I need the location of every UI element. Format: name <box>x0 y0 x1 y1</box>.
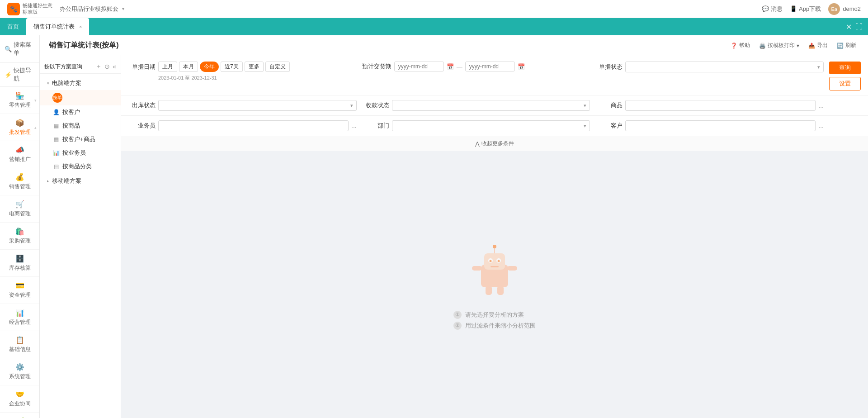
sales-icon: 💰 <box>15 173 24 181</box>
bill-status-select[interactable] <box>625 62 824 72</box>
collapse-panel-btn[interactable]: « <box>113 63 116 70</box>
quick-nav-btn[interactable]: ⚡ 快捷导航 <box>0 63 39 87</box>
user-area[interactable]: Ea demo2 <box>828 3 861 15</box>
refresh-icon: 🔄 <box>837 43 844 49</box>
tab-active[interactable]: 销售订单统计表 × <box>26 18 89 35</box>
filter-row1: 单据日期 上月 本月 今年 近7天 更多 自定义 <box>121 55 868 95</box>
svg-rect-10 <box>497 286 504 295</box>
page-actions: ❓ 帮助 🖨️ 按模板打印 ▾ 📤 导出 🔄 刷新 <box>728 41 859 50</box>
tree-group-desktop: ▾ 电脑端方案 按单 👤 按客户 ▦ 按商品 ▦ <box>40 76 121 173</box>
calendar-start-icon[interactable]: 📅 <box>447 63 454 70</box>
date-btn-custom[interactable]: 自定义 <box>265 62 290 72</box>
tree-group-mobile-header[interactable]: ▸ 移动端方案 <box>40 174 121 188</box>
page-header: 销售订单统计表(按单) ❓ 帮助 🖨️ 按模板打印 ▾ 📤 导出 <box>40 35 868 55</box>
print-icon: 🖨️ <box>759 43 766 49</box>
sidebar: 🔍 搜索菜单 ⚡ 快捷导航 🏪 零售管理 ▾ 📦 批发管理 ▴ 📣 营销推广 💰… <box>0 35 40 418</box>
template-print-btn[interactable]: 🖨️ 按模板打印 ▾ <box>756 41 802 50</box>
salesman-input[interactable] <box>158 120 349 131</box>
app-title: 办公用品行业模拟账套 <box>60 5 118 13</box>
query-btn[interactable]: 查询 <box>829 62 861 74</box>
date-btn-this-year[interactable]: 今年 <box>200 62 219 72</box>
sidebar-item-newuser[interactable]: 🌱 新手引导 <box>0 413 39 418</box>
sidebar-item-purchase[interactable]: 🛍️ 采购管理 <box>0 223 39 250</box>
expected-date-group: 预计交货期 📅 — 📅 <box>362 62 590 71</box>
dept-select[interactable] <box>392 120 590 131</box>
tree-group-desktop-header[interactable]: ▾ 电脑端方案 <box>40 76 121 90</box>
sidebar-item-wholesale[interactable]: 📦 批发管理 ▴ <box>0 114 39 141</box>
date-btn-this-month[interactable]: 本月 <box>179 62 198 72</box>
ship-status-select[interactable] <box>158 100 357 111</box>
help-btn[interactable]: ❓ 帮助 <box>728 41 753 50</box>
expected-date-start[interactable] <box>394 62 444 71</box>
expected-date-end[interactable] <box>465 62 515 71</box>
tree-item-by-customer-goods[interactable]: ▦ 按客户+商品 <box>40 133 121 146</box>
sidebar-item-sales[interactable]: 💰 销售管理 <box>0 168 39 195</box>
setting-btn[interactable]: 设置 <box>829 77 861 90</box>
collect-status-group: 收款状态 <box>362 100 590 111</box>
export-btn[interactable]: 📤 导出 <box>806 41 830 50</box>
customer-input[interactable] <box>625 120 816 131</box>
logo-area: 🐾 畅捷通好生意 标准版 <box>7 3 52 15</box>
sidebar-item-inventory[interactable]: 🗄️ 库存核算 <box>0 250 39 277</box>
tree-item-by-customer[interactable]: 👤 按客户 <box>40 105 121 119</box>
search-menu-btn[interactable]: 🔍 搜索菜单 <box>5 39 35 59</box>
svg-rect-6 <box>491 266 499 267</box>
app-title-arrow[interactable]: ▾ <box>122 6 124 11</box>
sidebar-item-retail[interactable]: 🏪 零售管理 ▾ <box>0 87 39 114</box>
export-icon: 📤 <box>808 43 815 49</box>
calendar-end-icon[interactable]: 📅 <box>518 63 525 70</box>
svg-rect-9 <box>486 286 492 295</box>
purchase-icon: 🛍️ <box>15 227 24 236</box>
tree-group-mobile-label: 移动端方案 <box>52 177 81 185</box>
message-btn[interactable]: 💬 消息 <box>762 5 783 13</box>
home-label: 首页 <box>7 23 19 31</box>
customer-ellipsis[interactable]: ... <box>818 122 824 129</box>
bill-status-group: 单据状态 <box>595 62 824 72</box>
refresh-btn[interactable]: 🔄 刷新 <box>834 41 859 50</box>
ship-status-group: 出库状态 <box>128 100 357 111</box>
goods-group: 商品 ... <box>595 100 824 111</box>
add-scheme-btn[interactable]: ＋ <box>95 62 102 71</box>
date-btn-more[interactable]: 更多 <box>245 62 264 72</box>
ship-status-select-wrapper <box>158 100 357 111</box>
sidebar-item-marketing[interactable]: 📣 营销推广 <box>0 141 39 168</box>
empty-tip-1: ① 请先选择要分析的方案 <box>453 311 536 319</box>
tab-home[interactable]: 首页 <box>0 18 26 35</box>
collapse-bar[interactable]: ⋀ 收起更多条件 <box>121 136 868 151</box>
sidebar-item-operation[interactable]: 📊 经营管理 <box>0 304 39 331</box>
sidebar-item-enterprise[interactable]: 🤝 企业协同 <box>0 385 39 413</box>
goods-input[interactable] <box>625 100 816 111</box>
quick-nav-icon: ⚡ <box>5 71 12 78</box>
tab-close-btn[interactable]: × <box>79 24 82 29</box>
operation-icon: 📊 <box>15 309 24 317</box>
sidebar-item-system[interactable]: ⚙️ 系统管理 <box>0 358 39 385</box>
goods-ellipsis[interactable]: ... <box>818 102 824 109</box>
date-filter-label: 单据日期 <box>128 63 156 71</box>
date-btn-last-month[interactable]: 上月 <box>158 62 177 72</box>
sidebar-item-ecommerce[interactable]: 🛒 电商管理 <box>0 195 39 223</box>
date-filter-group: 单据日期 上月 本月 今年 近7天 更多 自定义 <box>128 62 357 81</box>
tree-item-by-goods[interactable]: ▦ 按商品 <box>40 119 121 133</box>
date-btn-7days[interactable]: 近7天 <box>221 62 243 72</box>
date-filter-top: 单据日期 上月 本月 今年 近7天 更多 自定义 <box>128 62 357 72</box>
tree-item-by-goods-category[interactable]: ▤ 按商品分类 <box>40 160 121 173</box>
panel-toolbar: 按以下方案查询 ＋ ⊙ « <box>40 60 121 74</box>
salesman-label: 业务员 <box>128 122 156 130</box>
date-separator: — <box>457 63 462 70</box>
message-icon: 💬 <box>762 5 769 12</box>
tree-expand-arrow-mobile: ▸ <box>47 179 49 183</box>
window-expand-btn[interactable]: ⛶ <box>855 23 863 31</box>
settings-scheme-btn[interactable]: ⊙ <box>104 63 110 70</box>
window-close-btn[interactable]: ✕ <box>846 23 852 31</box>
tree-item-by-order[interactable]: 按单 <box>40 90 121 105</box>
salesman-ellipsis[interactable]: ... <box>351 122 357 129</box>
collect-status-select[interactable] <box>392 100 590 111</box>
empty-tips: ① 请先选择要分析的方案 ② 用过滤条件来缩小分析范围 <box>453 311 536 330</box>
main-layout: 🔍 搜索菜单 ⚡ 快捷导航 🏪 零售管理 ▾ 📦 批发管理 ▴ 📣 营销推广 💰… <box>0 35 868 418</box>
tree-item-by-salesman[interactable]: 📊 按业务员 <box>40 146 121 160</box>
sidebar-item-finance[interactable]: 💳 资金管理 <box>0 277 39 304</box>
empty-illustration <box>465 240 524 300</box>
customer-label: 客户 <box>595 122 623 130</box>
sidebar-item-basic[interactable]: 📋 基础信息 <box>0 331 39 358</box>
app-download-btn[interactable]: 📱 App下载 <box>790 5 821 13</box>
